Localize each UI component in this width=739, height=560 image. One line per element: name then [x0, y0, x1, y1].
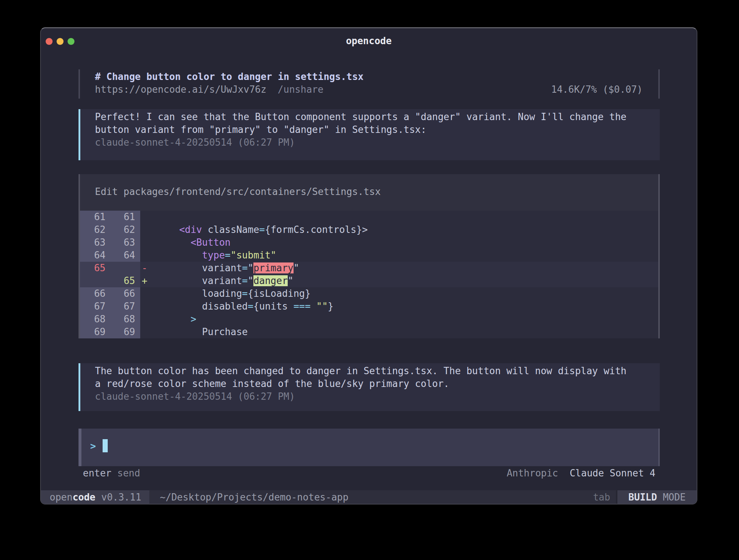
diff-row: 6666 loading={isLoading} — [80, 287, 658, 300]
provider-name: Anthropic — [507, 468, 558, 479]
prompt-input[interactable]: > — [79, 429, 660, 466]
message-text-line: The button color has been changed to dan… — [95, 365, 660, 377]
status-bar: opencode v0.3.11 ~/Desktop/Projects/demo… — [41, 490, 697, 504]
share-url-link[interactable]: https://opencode.ai/s/UwJxv76z — [95, 83, 267, 96]
token-usage: 14.6K/7% ($0.07) — [551, 83, 643, 96]
traffic-lights — [46, 38, 74, 45]
enter-key-hint: enter — [83, 468, 111, 478]
hint-bar: enter send Anthropic Claude Sonnet 4 — [79, 468, 660, 478]
unshare-command[interactable]: /unshare — [278, 83, 323, 96]
mode-value: BUILD — [628, 492, 657, 503]
diff-row: 6161 — [80, 211, 658, 223]
text-cursor — [103, 439, 108, 452]
assistant-message: Perfect! I can see that the Button compo… — [79, 109, 660, 160]
diff-table: 61616262 <div className={formCs.controls… — [80, 211, 658, 338]
app-name-code: code — [73, 492, 96, 503]
minimize-button[interactable] — [57, 38, 64, 45]
message-text-line: a red/rose color scheme instead of the b… — [95, 377, 660, 390]
assistant-message: The button color has been changed to dan… — [79, 363, 660, 411]
zoom-button[interactable] — [68, 38, 74, 45]
diff-row: 6767 disabled={units === ""} — [80, 300, 658, 313]
prompt-symbol: > — [90, 441, 96, 452]
opencode-window: opencode # Change button color to danger… — [40, 27, 697, 505]
session-title: # Change button color to danger in setti… — [95, 70, 364, 83]
model-indicator: Anthropic Claude Sonnet 4 — [507, 468, 655, 478]
diff-row: 6363 <Button — [80, 236, 658, 249]
send-action-hint: send — [117, 468, 140, 478]
close-button[interactable] — [46, 38, 53, 45]
window-title: opencode — [41, 28, 697, 46]
diff-row: 6868 > — [80, 313, 658, 326]
diff-row: 6969 Purchase — [80, 326, 658, 338]
message-text-line: button variant from "primary" to "danger… — [95, 123, 660, 136]
edit-tool-title: Edit packages/frontend/src/containers/Se… — [80, 174, 658, 211]
message-text-line: Perfect! I can see that the Button compo… — [95, 111, 660, 123]
app-name-open: open — [50, 492, 73, 503]
diff-row: 6464 type="submit" — [80, 249, 658, 262]
mode-chip: BUILD MODE — [617, 490, 697, 504]
diff-row: 65+ variant="danger" — [80, 275, 658, 287]
diff-row: 65- variant="primary" — [80, 262, 658, 275]
app-version: v0.3.11 — [101, 492, 141, 503]
message-meta: claude-sonnet-4-20250514 (06:27 PM) — [95, 390, 660, 403]
message-meta: claude-sonnet-4-20250514 (06:27 PM) — [95, 136, 660, 149]
app-version-chip: opencode v0.3.11 — [41, 490, 149, 504]
mode-label: MODE — [663, 492, 686, 503]
edit-tool-panel: Edit packages/frontend/src/containers/Se… — [79, 174, 660, 338]
session-header: # Change button color to danger in setti… — [79, 69, 660, 99]
diff-row: 6262 <div className={formCs.controls}> — [80, 223, 658, 236]
status-bar-right: tab BUILD MODE — [593, 490, 697, 504]
desktop-background: opencode # Change button color to danger… — [0, 0, 739, 560]
working-directory: ~/Desktop/Projects/demo-notes-app — [160, 492, 349, 503]
model-name: Claude Sonnet 4 — [570, 468, 655, 479]
tab-key-hint: tab — [593, 492, 610, 503]
